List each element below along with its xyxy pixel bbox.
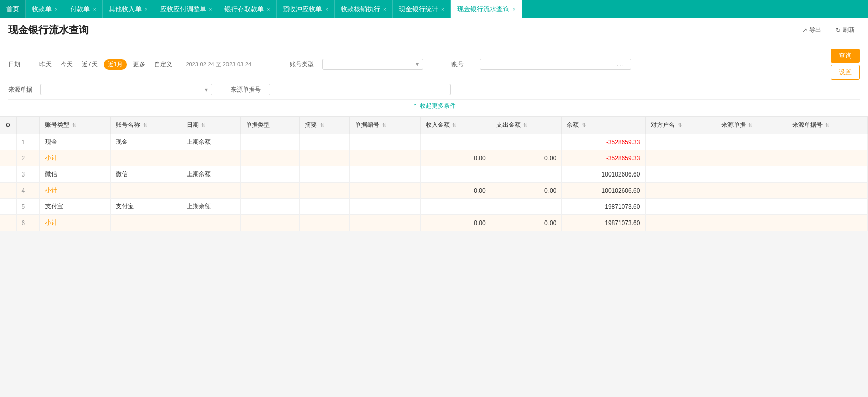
source-doc-label: 来源单据 <box>8 85 32 94</box>
sort-expense-icon[interactable]: ⇅ <box>523 122 527 128</box>
filter-row-source: 来源单据 ▾ 来源单据号 <box>8 84 860 95</box>
account-input[interactable] <box>484 61 613 68</box>
account-name-cell <box>111 150 181 166</box>
doc-type-cell <box>241 199 300 215</box>
sort-account-type-icon[interactable]: ⇅ <box>72 122 76 128</box>
source-doc-cell <box>716 199 787 215</box>
collapse-bar[interactable]: ⌃ 收起更多条件 <box>8 99 860 112</box>
th-account-name: 账号名称 ⇅ <box>111 117 181 134</box>
account-input-wrapper: ... <box>480 59 631 70</box>
nav-close-receipt[interactable]: × <box>55 7 58 12</box>
th-account-type: 账号类型 ⇅ <box>40 117 111 134</box>
balance-cell: 19871073.60 <box>562 199 646 215</box>
account-type-select[interactable]: ▾ <box>322 59 423 70</box>
nav-item-prepaid[interactable]: 预收冲应收单 × <box>277 0 335 18</box>
table-row[interactable]: 1 现金 现金 上期余额 -3528659.33 <box>0 134 868 150</box>
th-date-label: 日期 <box>187 121 199 128</box>
export-icon: ↗ <box>802 27 807 34</box>
query-button[interactable]: 查询 <box>831 49 860 63</box>
date-label: 日期 <box>8 60 28 69</box>
doc-no-cell <box>350 183 421 199</box>
nav-close-prepaid[interactable]: × <box>325 7 328 12</box>
source-doc-no-cell <box>787 166 867 183</box>
account-dots-btn[interactable]: ... <box>615 61 627 68</box>
sort-doc-no-icon[interactable]: ⇅ <box>382 122 386 128</box>
date-option-1month[interactable]: 近1月 <box>104 59 127 70</box>
table-row[interactable]: 3 微信 微信 上期余额 100102606.60 <box>0 166 868 183</box>
table-row[interactable]: 5 支付宝 支付宝 上期余额 19871073.60 <box>0 199 868 215</box>
nav-close-payment[interactable]: × <box>93 7 96 12</box>
nav-close-ar-ap-adjust[interactable]: × <box>209 7 212 12</box>
sort-source-doc-no-icon[interactable]: ⇅ <box>825 122 829 128</box>
sort-date-icon[interactable]: ⇅ <box>201 122 205 128</box>
nav-item-receipt[interactable]: 收款单 × <box>26 0 64 18</box>
nav-item-writeoff[interactable]: 收款核销执行 × <box>335 0 393 18</box>
sort-account-name-icon[interactable]: ⇅ <box>143 122 147 128</box>
income-cell <box>420 199 491 215</box>
collapse-label: 收起更多条件 <box>420 102 456 110</box>
nav-item-ar-ap-adjust[interactable]: 应收应付调整单 × <box>154 0 219 18</box>
row-gear <box>0 166 16 183</box>
date-option-yesterday[interactable]: 昨天 <box>36 59 55 70</box>
source-doc-no-input[interactable] <box>273 86 446 93</box>
nav-label-other-income: 其他收入单 <box>109 5 142 14</box>
th-source-doc-no: 来源单据号 ⇅ <box>787 117 867 134</box>
th-doc-type-label: 单据类型 <box>246 121 270 128</box>
row-gear <box>0 215 16 231</box>
summary-cell <box>300 199 350 215</box>
table-row[interactable]: 2 小计 0.00 0.00 -3528659.33 <box>0 150 868 166</box>
summary-cell <box>300 215 350 231</box>
nav-label-receipt: 收款单 <box>32 5 52 14</box>
doc-type-cell <box>241 150 300 166</box>
page-title: 现金银行流水查询 <box>8 23 89 37</box>
source-doc-no-label: 来源单据号 <box>231 85 261 94</box>
th-doc-no: 单据编号 ⇅ <box>350 117 421 134</box>
sort-summary-icon[interactable]: ⇅ <box>320 122 324 128</box>
gear-icon[interactable]: ⚙ <box>5 122 11 129</box>
date-cell <box>181 215 240 231</box>
date-option-7days[interactable]: 近7天 <box>79 59 101 70</box>
nav-close-other-income[interactable]: × <box>145 7 148 12</box>
account-type-cell: 支付宝 <box>40 199 111 215</box>
nav-item-cash-stat[interactable]: 现金银行统计 × <box>393 0 451 18</box>
source-doc-cell <box>716 183 787 199</box>
th-balance-label: 余额 <box>567 121 579 128</box>
nav-label-home: 首页 <box>6 5 19 14</box>
nav-item-other-income[interactable]: 其他收入单 × <box>103 0 154 18</box>
refresh-button[interactable]: ↻ 刷新 <box>831 24 860 36</box>
nav-close-cash-stat[interactable]: × <box>441 7 444 12</box>
th-balance: 余额 ⇅ <box>562 117 646 134</box>
source-doc-no-cell <box>787 199 867 215</box>
export-button[interactable]: ↗ 导出 <box>797 24 827 36</box>
sort-balance-icon[interactable]: ⇅ <box>582 122 586 128</box>
nav-close-bank-deposit[interactable]: × <box>267 7 270 12</box>
date-cell: 上期余额 <box>181 134 240 150</box>
th-counterpart: 对方户名 ⇅ <box>646 117 716 134</box>
export-label: 导出 <box>809 26 821 34</box>
sort-source-doc-icon[interactable]: ⇅ <box>748 122 752 128</box>
account-type-cell: 小计 <box>40 215 111 231</box>
nav-item-cash-flow[interactable]: 现金银行流水查询 × <box>451 0 522 18</box>
row-num: 5 <box>16 199 40 215</box>
row-num: 4 <box>16 183 40 199</box>
table-row[interactable]: 4 小计 0.00 0.00 100102606.60 <box>0 183 868 199</box>
th-doc-no-label: 单据编号 <box>355 121 379 128</box>
sort-counterpart-icon[interactable]: ⇅ <box>678 122 682 128</box>
date-cell <box>181 183 240 199</box>
nav-close-cash-flow[interactable]: × <box>513 7 516 12</box>
nav-item-bank-deposit[interactable]: 银行存取款单 × <box>218 0 277 18</box>
summary-cell <box>300 183 350 199</box>
row-num: 1 <box>16 134 40 150</box>
table-row[interactable]: 6 小计 0.00 0.00 19871073.60 <box>0 215 868 231</box>
settings-button[interactable]: 设置 <box>831 65 860 80</box>
nav-close-writeoff[interactable]: × <box>383 7 386 12</box>
date-option-today[interactable]: 今天 <box>58 59 76 70</box>
date-option-custom[interactable]: 自定义 <box>151 59 175 70</box>
date-option-more[interactable]: 更多 <box>130 59 148 70</box>
sort-income-icon[interactable]: ⇅ <box>452 122 456 128</box>
th-income-label: 收入金额 <box>426 121 450 128</box>
source-doc-select[interactable]: ▾ <box>40 84 212 95</box>
nav-label-payment: 付款单 <box>70 5 90 14</box>
nav-item-payment[interactable]: 付款单 × <box>64 0 103 18</box>
nav-item-home[interactable]: 首页 <box>0 0 26 18</box>
